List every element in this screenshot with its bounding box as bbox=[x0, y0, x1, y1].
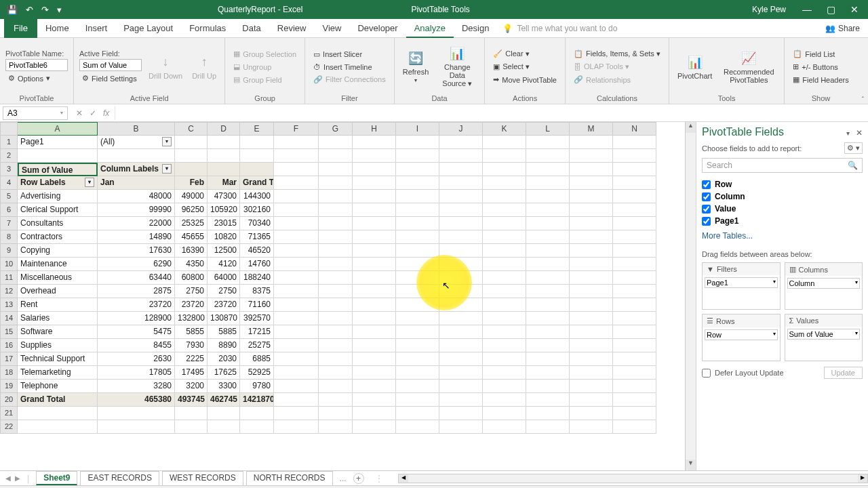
cell[interactable]: Grand Total bbox=[240, 176, 274, 190]
cell[interactable]: 132800 bbox=[175, 312, 208, 325]
cell[interactable] bbox=[240, 163, 274, 176]
cell[interactable] bbox=[353, 217, 396, 230]
cell[interactable]: 8890 bbox=[208, 339, 240, 352]
cell[interactable] bbox=[353, 163, 396, 176]
cell[interactable]: 462745 bbox=[208, 393, 240, 407]
cell[interactable]: 105920 bbox=[208, 203, 240, 217]
cell[interactable] bbox=[439, 298, 483, 312]
scroll-down-icon[interactable]: ▼ bbox=[686, 460, 696, 470]
cell[interactable] bbox=[613, 339, 656, 352]
cell[interactable] bbox=[570, 271, 613, 285]
cell[interactable] bbox=[319, 393, 353, 407]
cell[interactable] bbox=[353, 285, 396, 298]
cell[interactable]: 392570 bbox=[240, 312, 274, 325]
cell[interactable] bbox=[439, 325, 483, 339]
cell[interactable] bbox=[396, 190, 439, 203]
cell[interactable]: 23015 bbox=[208, 217, 240, 230]
cell[interactable] bbox=[208, 420, 240, 434]
cell[interactable] bbox=[274, 366, 319, 380]
pane-gear-icon[interactable]: ⚙ ▾ bbox=[844, 142, 863, 154]
cell[interactable] bbox=[439, 258, 483, 271]
cell[interactable] bbox=[613, 244, 656, 258]
col-header-F[interactable]: F bbox=[274, 122, 319, 136]
cell[interactable] bbox=[274, 285, 319, 298]
cell[interactable] bbox=[613, 393, 656, 407]
row-header[interactable]: 13 bbox=[0, 298, 18, 312]
cell[interactable] bbox=[274, 393, 319, 407]
cell[interactable] bbox=[240, 136, 274, 149]
cell[interactable] bbox=[570, 325, 613, 339]
col-header-H[interactable]: H bbox=[353, 122, 396, 136]
cell[interactable] bbox=[319, 244, 353, 258]
tab-analyze[interactable]: Analyze bbox=[406, 19, 454, 38]
file-tab[interactable]: File bbox=[4, 19, 37, 38]
cell[interactable]: 5855 bbox=[175, 325, 208, 339]
cell[interactable] bbox=[396, 407, 439, 420]
tab-data[interactable]: Data bbox=[234, 19, 269, 38]
cell[interactable] bbox=[483, 190, 526, 203]
cell[interactable] bbox=[526, 258, 570, 271]
cell[interactable]: 14760 bbox=[240, 258, 274, 271]
sheet-tab-west-records[interactable]: WEST RECORDS bbox=[162, 471, 243, 485]
cell[interactable] bbox=[208, 149, 240, 163]
col-header-K[interactable]: K bbox=[483, 122, 526, 136]
plus-minus-buttons-toggle[interactable]: ⊞ +/- Buttons bbox=[790, 61, 851, 73]
cell[interactable] bbox=[353, 136, 396, 149]
cell[interactable] bbox=[396, 244, 439, 258]
cell[interactable] bbox=[240, 149, 274, 163]
cell[interactable] bbox=[319, 203, 353, 217]
cell[interactable] bbox=[175, 407, 208, 420]
cell[interactable] bbox=[526, 244, 570, 258]
cell[interactable]: Mar bbox=[208, 176, 240, 190]
col-header-G[interactable]: G bbox=[319, 122, 353, 136]
cell[interactable] bbox=[526, 298, 570, 312]
row-header[interactable]: 3 bbox=[0, 163, 18, 176]
cell[interactable]: 302160 bbox=[240, 203, 274, 217]
field-settings-button[interactable]: ⚙ Field Settings bbox=[79, 73, 142, 84]
col-header-I[interactable]: I bbox=[396, 122, 439, 136]
col-header-N[interactable]: N bbox=[613, 122, 656, 136]
page-filter-dropdown-icon[interactable]: ▾ bbox=[162, 137, 172, 146]
cell[interactable] bbox=[526, 420, 570, 434]
redo-icon[interactable]: ↷ bbox=[41, 5, 49, 15]
cell[interactable] bbox=[483, 407, 526, 420]
save-icon[interactable]: 💾 bbox=[7, 5, 18, 15]
cell[interactable] bbox=[353, 149, 396, 163]
cell[interactable] bbox=[483, 230, 526, 244]
cell[interactable] bbox=[396, 176, 439, 190]
cell[interactable] bbox=[483, 420, 526, 434]
cell[interactable] bbox=[319, 325, 353, 339]
cell[interactable] bbox=[613, 176, 656, 190]
cell[interactable] bbox=[526, 176, 570, 190]
cell[interactable]: 23720 bbox=[208, 298, 240, 312]
cell[interactable] bbox=[483, 258, 526, 271]
cell[interactable] bbox=[319, 258, 353, 271]
cell[interactable]: 7930 bbox=[175, 339, 208, 352]
minimize-icon[interactable]: — bbox=[802, 4, 812, 15]
cell[interactable]: 71365 bbox=[240, 230, 274, 244]
cell[interactable] bbox=[483, 380, 526, 393]
cell[interactable] bbox=[570, 366, 613, 380]
rows-area[interactable]: ☰Rows Row ▾ bbox=[702, 314, 781, 361]
cell[interactable] bbox=[353, 312, 396, 325]
cell[interactable]: Rent bbox=[18, 298, 98, 312]
cell[interactable]: Contractors bbox=[18, 230, 98, 244]
cell[interactable] bbox=[319, 352, 353, 366]
cell[interactable]: 99990 bbox=[98, 203, 175, 217]
cell[interactable] bbox=[175, 420, 208, 434]
cell[interactable] bbox=[319, 366, 353, 380]
cell[interactable]: 2030 bbox=[208, 352, 240, 366]
restore-icon[interactable]: ▢ bbox=[827, 4, 835, 15]
cell[interactable] bbox=[570, 352, 613, 366]
cell[interactable] bbox=[483, 339, 526, 352]
change-data-source-button[interactable]: 📊Change Data Source ▾ bbox=[435, 44, 479, 89]
fields-items-sets-button[interactable]: 📋 Fields, Items, & Sets ▾ bbox=[571, 48, 663, 60]
cell[interactable]: 3300 bbox=[208, 380, 240, 393]
more-tables-link[interactable]: More Tables... bbox=[702, 231, 863, 241]
cell[interactable] bbox=[319, 176, 353, 190]
options-button[interactable]: ⚙ Options ▾ bbox=[5, 73, 68, 84]
fx-icon[interactable]: fx bbox=[103, 108, 109, 118]
cell[interactable] bbox=[613, 325, 656, 339]
spreadsheet-grid[interactable]: ABCDEFGHIJKLMN 1Page1(All)▾23Sum of Valu… bbox=[0, 122, 685, 470]
columns-area[interactable]: ▥Columns Column ▾ bbox=[785, 262, 863, 310]
